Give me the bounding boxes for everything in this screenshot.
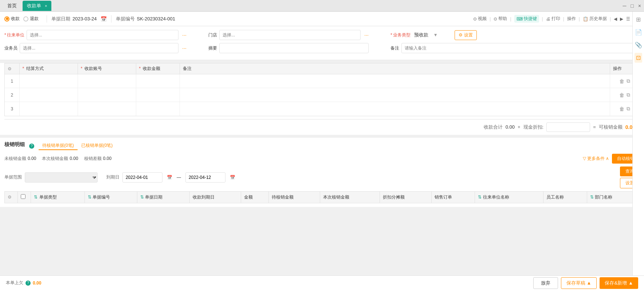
status-info-icon[interactable]: ? xyxy=(25,281,31,286)
due-date-from[interactable] xyxy=(122,172,162,183)
row-2-copy-icon[interactable]: ⧉ xyxy=(627,92,630,98)
help-btn[interactable]: ⊙ 帮助 xyxy=(494,16,507,22)
tab-pending[interactable]: 待核销单据(0笔) xyxy=(39,142,78,150)
unverified-value: 0.00 xyxy=(28,156,36,161)
form-row-2: 业务员 ··· 摘要 备注 xyxy=(4,43,640,53)
save-new-btn[interactable]: 保存&新增 ▲ xyxy=(600,277,638,289)
tab-home[interactable]: 首页 xyxy=(3,1,21,11)
min-button[interactable]: ─ xyxy=(623,3,626,9)
shortcut-btn[interactable]: ⌨ 快捷键 xyxy=(514,15,539,23)
th-amount: * 收款金额 xyxy=(136,63,180,74)
radio-refund[interactable]: 退款 xyxy=(23,16,39,22)
tab-receipt[interactable]: 收款单 × xyxy=(23,1,51,11)
radio-refund-label: 退款 xyxy=(30,16,39,22)
staff-input[interactable] xyxy=(20,43,178,53)
save-draft-btn[interactable]: 保存草稿 ▲ xyxy=(561,277,597,289)
store-more-icon[interactable]: ··· xyxy=(364,32,369,38)
toolbar-sep3: | xyxy=(542,16,543,21)
radio-receipt[interactable]: 收款 xyxy=(4,16,20,22)
verification-info-row: 未核销金额 0.00 本次核销金额 0.00 核销差额 0.00 ▽ 更多条件 … xyxy=(4,154,640,164)
row-2-settle[interactable] xyxy=(19,88,78,102)
current-value: 0.00 xyxy=(70,156,78,161)
row-1-amount[interactable] xyxy=(136,74,180,88)
sidebar-table-icon[interactable]: ⊞ xyxy=(635,15,642,24)
video-label: 视频 xyxy=(478,16,487,22)
history-btn[interactable]: 📋 历史单据 xyxy=(583,16,607,22)
row-3-amount[interactable] xyxy=(136,102,180,116)
bottom-table-gear-icon[interactable]: ⚙ xyxy=(8,195,12,200)
operation-btn[interactable]: 操作 xyxy=(567,16,576,22)
due-date-to[interactable] xyxy=(185,172,225,183)
partner-input[interactable] xyxy=(27,30,179,40)
row-3-note[interactable] xyxy=(180,102,610,116)
table-gear-icon[interactable]: ⚙ xyxy=(8,66,12,71)
date-value: 2023-03-24 xyxy=(72,16,97,21)
biz-type-dropdown-icon[interactable]: ▼ xyxy=(433,32,438,38)
print-btn[interactable]: 🖨 打印 xyxy=(546,16,560,22)
store-input[interactable] xyxy=(219,30,361,40)
sidebar-doc-icon[interactable]: 📄 xyxy=(633,27,644,37)
biz-type-value: 预收款 xyxy=(414,32,428,38)
verify-diff: 核销差额 0.00 xyxy=(84,156,111,162)
verification-title: 核销明细 xyxy=(4,141,25,148)
abandon-btn[interactable]: 放弃 xyxy=(533,277,558,289)
unverified-amount: 未核销金额 0.00 xyxy=(4,156,36,162)
total-label: 收款合计 xyxy=(484,124,503,130)
range-select[interactable] xyxy=(25,172,98,183)
row-3-settle[interactable] xyxy=(19,102,78,116)
status-label: 本单上欠 xyxy=(6,280,23,286)
row-2-index: 2 xyxy=(5,88,19,102)
discount-input[interactable] xyxy=(546,122,590,132)
date-field: 单据日期 2023-03-24 📅 xyxy=(51,16,107,22)
partner-more-icon[interactable]: ··· xyxy=(182,32,186,38)
staff-more-icon[interactable]: ··· xyxy=(182,45,186,51)
row-1-settle[interactable] xyxy=(19,74,78,88)
summary-input[interactable] xyxy=(219,43,369,53)
save-new-dropdown-icon[interactable]: ▲ xyxy=(628,280,633,286)
settings-button[interactable]: ⚙ 设置 xyxy=(455,30,477,40)
tab-receipt-close[interactable]: × xyxy=(45,4,47,8)
row-2-delete-icon[interactable]: 🗑 xyxy=(619,92,624,98)
tab-done[interactable]: 已核销单据(0笔) xyxy=(78,142,117,150)
row-2-note[interactable] xyxy=(180,88,610,102)
radio-receipt-label: 收款 xyxy=(11,16,20,22)
video-icon: ⊙ xyxy=(473,16,477,21)
note-input[interactable] xyxy=(401,43,640,53)
bth-doc-type: ⇅ 单据类型 xyxy=(31,191,85,203)
print-label: 打印 xyxy=(551,16,560,22)
video-btn[interactable]: ⊙ 视频 xyxy=(473,16,487,22)
row-1-copy-icon[interactable]: ⧉ xyxy=(627,78,630,84)
row-3-delete-icon[interactable]: 🗑 xyxy=(619,106,624,112)
row-2-amount[interactable] xyxy=(136,88,180,102)
sidebar-expand-icon[interactable]: ⊡ xyxy=(635,53,642,63)
biz-type-field: *业务类型 预收款 ▼ ⚙ 设置 xyxy=(390,30,640,40)
nav-left-icon[interactable]: ◀ xyxy=(614,16,617,21)
summary-label: 摘要 xyxy=(208,45,217,51)
tab-bar: 首页 收款单 × ─ □ × xyxy=(0,0,644,12)
layout-icon[interactable]: ☰ xyxy=(626,16,630,21)
select-all-checkbox[interactable] xyxy=(21,194,25,199)
help-icon: ⊙ xyxy=(494,16,497,21)
calendar-icon-to[interactable]: 📅 xyxy=(230,175,235,180)
verification-info-icon[interactable]: ? xyxy=(29,144,34,149)
date-picker-icon[interactable]: 📅 xyxy=(101,16,107,22)
table-row: 2 🗑 ⧉ xyxy=(5,88,639,102)
nav-right-icon[interactable]: ▶ xyxy=(620,16,623,21)
help-label: 帮助 xyxy=(498,16,507,22)
row-3-account[interactable] xyxy=(78,102,136,116)
bth-discount: 折扣分摊额 xyxy=(380,191,432,203)
sidebar-attach-icon[interactable]: 📎 xyxy=(633,40,644,50)
row-2-account[interactable] xyxy=(78,88,136,102)
max-button[interactable]: □ xyxy=(631,3,633,9)
row-1-note[interactable] xyxy=(180,74,610,88)
row-1-account[interactable] xyxy=(78,74,136,88)
close-button[interactable]: × xyxy=(638,3,641,9)
row-3-copy-icon[interactable]: ⧉ xyxy=(627,106,630,112)
divider-1 xyxy=(47,15,47,23)
calendar-icon-from[interactable]: 📅 xyxy=(167,175,172,180)
row-1-delete-icon[interactable]: 🗑 xyxy=(619,78,624,84)
draft-dropdown-icon[interactable]: ▲ xyxy=(587,280,592,286)
staff-field: 业务员 ··· xyxy=(4,43,186,53)
bth-dept-name: ⇅ 部门名称 xyxy=(587,191,639,203)
more-conditions-btn[interactable]: ▽ 更多条件 ∧ xyxy=(583,156,609,162)
